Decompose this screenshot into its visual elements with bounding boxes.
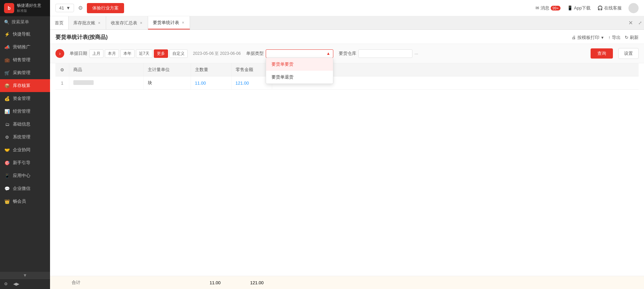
sidebar-item-label: 快捷导航 xyxy=(13,31,30,37)
total-label: 合计 xyxy=(68,280,162,286)
trial-btn[interactable]: 体验行业方案 xyxy=(87,3,124,13)
guide-icon: 🎯 xyxy=(4,160,10,166)
date-filter-group: 单据日期 上月 本月 本年 近7天 更多 自定义 xyxy=(70,49,188,58)
sidebar-item-shortcut[interactable]: ⚡ 快捷导航 xyxy=(0,28,50,41)
tab-inout[interactable]: 收发存汇总表 × xyxy=(106,16,148,29)
online-service-label: 在线客服 xyxy=(604,5,622,11)
sidebar-nav: 🔍 搜索菜单 ⚡ 快捷导航 📣 营销推广 💼 销售管理 🛒 采购管理 📦 库存核… xyxy=(0,16,50,272)
shortcut-icon: ⚡ xyxy=(4,31,10,37)
logo-icon: b xyxy=(4,3,14,13)
row-product xyxy=(69,76,143,90)
sidebar-item-label: 基础信息 xyxy=(13,121,30,127)
online-service-btn[interactable]: 🎧 在线客服 xyxy=(597,5,622,11)
sidebar-item-operations[interactable]: 📊 经营管理 xyxy=(0,105,50,118)
company-id: 41 xyxy=(59,5,64,10)
sidebar-item-label: 应用中心 xyxy=(13,173,30,179)
sidebar-item-purchase[interactable]: 🛒 采购管理 xyxy=(0,66,50,79)
total-row: 合计 11.00 121.00 xyxy=(50,276,644,289)
app-logo: b 畅捷通好生意 标准版 xyxy=(0,0,50,16)
type-select-arrow: ▲ xyxy=(326,51,330,56)
query-btn[interactable]: 查询 xyxy=(591,48,613,59)
type-select[interactable]: ▲ 要货单要货 要货单退货 xyxy=(266,49,333,58)
sidebar-item-member[interactable]: 👑 畅会员 xyxy=(0,195,50,208)
last7-btn[interactable]: 近7天 xyxy=(136,49,152,58)
col-settings[interactable]: ⚙ xyxy=(55,63,69,76)
last-month-btn[interactable]: 上月 xyxy=(89,49,103,58)
sidebar-item-wechat[interactable]: 💬 企业微信 xyxy=(0,182,50,195)
sidebar-item-inventory[interactable]: 📦 库存核算 xyxy=(0,79,50,92)
tab-batch-close[interactable]: × xyxy=(97,21,101,25)
sidebar-item-system[interactable]: ⚙ 系统管理 xyxy=(0,131,50,143)
refresh-btn[interactable]: ↻ 刷新 xyxy=(625,35,639,41)
messages-badge: 99+ xyxy=(551,6,560,10)
sidebar-item-finance[interactable]: 💰 资金管理 xyxy=(0,92,50,105)
app-version: 标准版 xyxy=(17,8,41,13)
topbar-gear-icon[interactable]: ⚙ xyxy=(78,5,83,11)
inventory-icon: 📦 xyxy=(4,83,10,89)
warehouse-more-btn[interactable]: ··· xyxy=(414,51,418,56)
settings-btn[interactable]: 设置 xyxy=(618,48,639,59)
tab-inout-close[interactable]: × xyxy=(139,21,143,25)
wechat-icon: 💬 xyxy=(4,185,10,192)
more-btn[interactable]: 更多 xyxy=(154,49,168,58)
sidebar-item-label: 采购管理 xyxy=(13,70,30,76)
print-btn[interactable]: 🖨 按模板打印 ▼ xyxy=(572,35,604,41)
this-month-btn[interactable]: 本月 xyxy=(105,49,119,58)
warehouse-select[interactable] xyxy=(358,49,412,58)
table-row: 1 块 11.00 121.00 xyxy=(55,76,639,90)
tab-home[interactable]: 首页 xyxy=(50,16,69,29)
page-title: 要货单统计表(按商品) xyxy=(55,34,108,41)
sidebar-item-marketing[interactable]: 📣 营销推广 xyxy=(0,41,50,53)
sidebar-item-enterprise[interactable]: 🤝 企业协同 xyxy=(0,143,50,156)
dropdown-item-order[interactable]: 要货单要货 xyxy=(266,58,333,71)
sidebar-item-apps[interactable]: 📱 应用中心 xyxy=(0,169,50,182)
finance-icon: 💰 xyxy=(4,95,10,102)
tab-order-stat[interactable]: 要货单统计表 × xyxy=(148,16,190,29)
row-qty: 11.00 xyxy=(191,76,231,90)
tabbar-close-all-btn[interactable]: ✕ xyxy=(625,16,636,29)
messages-label: 消息 xyxy=(541,5,549,11)
tab-order-stat-label: 要货单统计表 xyxy=(153,20,179,26)
search-icon: 🔍 xyxy=(4,20,9,25)
filter-expand-btn[interactable]: › xyxy=(55,49,64,58)
main-area: 41 ▼ ⚙ 体验行业方案 ✉ 消息 99+ 📱 App下载 🎧 在线客服 首页 xyxy=(50,0,644,289)
col-qty: 主数量 xyxy=(191,63,231,76)
topbar: 41 ▼ ⚙ 体验行业方案 ✉ 消息 99+ 📱 App下载 🎧 在线客服 xyxy=(50,0,644,16)
sidebar-item-guide[interactable]: 🎯 新手引导 xyxy=(0,156,50,169)
system-icon: ⚙ xyxy=(4,134,10,140)
user-avatar[interactable] xyxy=(628,3,639,13)
tab-order-stat-close[interactable]: × xyxy=(181,20,185,25)
sidebar-item-basic[interactable]: 🗂 基础信息 xyxy=(0,118,50,131)
table-header-row: ⚙ 商品 主计量单位 主数量 零售金额 xyxy=(55,63,639,76)
sidebar-settings-btn[interactable]: ⚙ xyxy=(4,282,8,286)
export-btn[interactable]: ↑ 导出 xyxy=(609,35,621,41)
company-selector[interactable]: 41 ▼ xyxy=(55,4,74,12)
sidebar-collapse-btn[interactable]: ◀▶ xyxy=(13,282,19,286)
page-actions: 🖨 按模板打印 ▼ ↑ 导出 ↻ 刷新 xyxy=(572,35,639,41)
sidebar-scroll-down[interactable]: ▼ xyxy=(0,272,50,279)
sidebar-item-sales[interactable]: 💼 销售管理 xyxy=(0,53,50,66)
export-label: 导出 xyxy=(612,35,621,41)
dropdown-item-return[interactable]: 要货单退货 xyxy=(266,71,333,84)
content-area: 要货单统计表(按商品) 🖨 按模板打印 ▼ ↑ 导出 ↻ 刷新 › xyxy=(50,30,644,289)
app-download-btn[interactable]: 📱 App下载 xyxy=(567,5,591,11)
sales-icon: 💼 xyxy=(4,57,10,63)
sidebar-item-label: 资金管理 xyxy=(13,95,30,102)
sidebar-item-label: 营销推广 xyxy=(13,44,30,50)
sidebar-item-label: 销售管理 xyxy=(13,57,30,63)
tab-batch[interactable]: 库存批次账 × xyxy=(69,16,106,29)
service-icon: 🎧 xyxy=(597,5,603,10)
sidebar: b 畅捷通好生意 标准版 🔍 搜索菜单 ⚡ 快捷导航 📣 营销推广 💼 销售管理… xyxy=(0,0,50,289)
total-qty: 11.00 xyxy=(210,280,250,285)
app-name: 畅捷通好生意 xyxy=(17,3,41,8)
sidebar-item-label: 经营管理 xyxy=(13,108,30,114)
purchase-icon: 🛒 xyxy=(4,70,10,76)
messages-btn[interactable]: ✉ 消息 99+ xyxy=(535,5,560,11)
custom-btn[interactable]: 自定义 xyxy=(169,49,188,58)
this-year-btn[interactable]: 本年 xyxy=(120,49,135,58)
sidebar-item-label: 库存核算 xyxy=(13,83,30,89)
tabbar-expand-btn[interactable]: ⤢ xyxy=(636,16,644,29)
sidebar-item-search[interactable]: 🔍 搜索菜单 xyxy=(0,16,50,28)
date-label: 单据日期 xyxy=(70,50,87,57)
type-filter-group: 单据类型 ▲ 要货单要货 要货单退货 xyxy=(246,49,333,58)
